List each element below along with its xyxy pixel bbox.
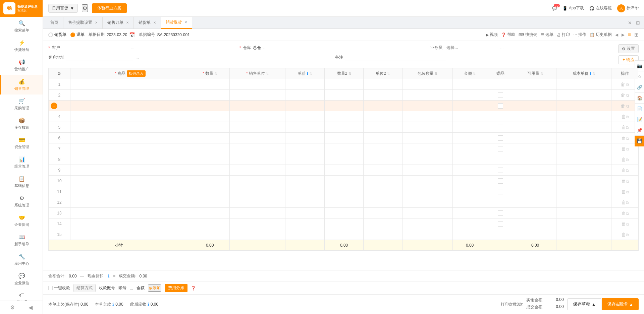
sidebar-item-finance[interactable]: 💳 资金管理 <box>0 133 43 153</box>
side-panel-home-icon[interactable]: 🏠 <box>635 93 644 104</box>
address-input[interactable] <box>66 54 133 61</box>
pkg-sort-icon[interactable]: ⇅ <box>435 72 437 75</box>
salesperson-dots-icon[interactable]: ... <box>500 46 503 50</box>
tab-sales-return-close-icon[interactable]: ✕ <box>184 20 187 24</box>
delete-btn-13[interactable]: 🗑 <box>621 210 626 216</box>
radio-return[interactable]: 退单 <box>70 32 85 38</box>
delete-btn-2[interactable]: 🗑 <box>621 92 625 98</box>
unit2-cell-2[interactable] <box>364 90 402 101</box>
tab-sales-order-close-icon[interactable]: ✕ <box>126 21 129 24</box>
product-cell-9[interactable] <box>70 165 190 176</box>
settle-method-button[interactable]: 结算方式 <box>73 284 96 292</box>
gift-checkbox-10[interactable] <box>498 178 503 184</box>
customer-input[interactable] <box>62 44 129 51</box>
help-action[interactable]: ❓ 帮助 <box>501 32 515 38</box>
product-input-active[interactable] <box>72 103 188 108</box>
header-settings-button[interactable]: ⚙ <box>82 4 88 12</box>
sidebar-item-marketing[interactable]: 📢 营销推广 <box>0 56 43 75</box>
copy-btn-active[interactable]: ⧉ <box>626 104 629 109</box>
shortcut-action[interactable]: ⌨ 快捷键 <box>519 32 537 38</box>
delete-btn-5[interactable]: 🗑 <box>621 125 626 130</box>
debt-help-icon[interactable]: ℹ <box>112 302 114 307</box>
th-settings[interactable]: ⚙ <box>49 68 70 79</box>
gift-checkbox-12[interactable] <box>498 200 503 205</box>
select-action[interactable]: ☰ 选单 <box>541 32 553 38</box>
unit2-cell-1[interactable] <box>364 79 402 90</box>
unit-cell-active[interactable] <box>230 101 285 111</box>
gift-checkbox-8[interactable] <box>498 157 503 162</box>
pkg-cell-1[interactable] <box>402 79 452 90</box>
print-action[interactable]: 🖨 打印 <box>557 32 570 38</box>
price-cell-active[interactable] <box>285 101 325 111</box>
message-badge[interactable]: 💬 70 <box>552 6 557 11</box>
delete-btn-7[interactable]: 🗑 <box>621 146 626 151</box>
amount-cell-active[interactable] <box>452 101 487 111</box>
sidebar-item-system[interactable]: ⚙ 系统管理 <box>0 192 43 211</box>
product-cell-8[interactable] <box>70 154 190 165</box>
price-sort-icon[interactable]: ⇅ <box>309 72 312 75</box>
sidebar-item-app[interactable]: 🔧 应用中心 <box>0 250 43 269</box>
copy-btn-1[interactable]: ⧉ <box>626 82 629 87</box>
sidebar-collapse-icon[interactable]: ◀ <box>29 304 33 311</box>
copy-btn-8[interactable]: ⧉ <box>626 158 629 162</box>
copy-btn-11[interactable]: ⧉ <box>626 190 629 194</box>
side-panel-doc-icon[interactable]: 📄 <box>635 104 644 114</box>
remark-input[interactable] <box>345 54 446 61</box>
sidebar-item-collab[interactable]: 🤝 企业协同 <box>0 211 43 231</box>
copy-btn-7[interactable]: ⧉ <box>626 147 629 151</box>
cost-cell-1[interactable] <box>556 79 611 90</box>
product-cell-7[interactable] <box>70 143 190 154</box>
copy-btn-5[interactable]: ⧉ <box>626 125 629 130</box>
warehouse-dots-icon[interactable]: ... <box>263 46 266 50</box>
calendar-icon[interactable]: 📅 <box>129 32 135 38</box>
copy-btn-14[interactable]: ⧉ <box>626 222 629 227</box>
sidebar-item-basic[interactable]: 📋 基础信息 <box>0 172 43 192</box>
delete-btn-14[interactable]: 🗑 <box>621 221 626 227</box>
gift-checkbox-9[interactable] <box>498 168 503 173</box>
delete-btn-12[interactable]: 🗑 <box>621 200 626 205</box>
save-new-button[interactable]: 保存&新增 ▲ <box>602 298 639 310</box>
product-cell-13[interactable] <box>70 208 190 218</box>
gift-checkbox-15[interactable] <box>498 232 503 237</box>
copy-btn-12[interactable]: ⧉ <box>626 200 629 205</box>
unit-cell-2[interactable] <box>230 90 285 101</box>
price-cell-1[interactable] <box>285 79 325 90</box>
product-cell-5[interactable] <box>70 122 190 133</box>
qty2-cell-active[interactable] <box>325 101 364 111</box>
unit2-sort-icon[interactable]: ⇅ <box>387 72 390 75</box>
quantity-cell-1[interactable] <box>190 79 229 90</box>
sidebar-item-operation[interactable]: 📊 经营管理 <box>0 153 43 172</box>
delete-btn-15[interactable]: 🗑 <box>621 232 626 237</box>
unit-sort-icon[interactable]: ⇅ <box>266 72 269 75</box>
gift-checkbox-6[interactable] <box>498 135 503 141</box>
quantity-cell-active[interactable] <box>190 101 229 111</box>
copy-btn-9[interactable]: ⧉ <box>626 168 629 173</box>
tab-delivery[interactable]: 销货单 ✕ <box>134 17 161 29</box>
delete-btn-4[interactable]: 🗑 <box>621 114 626 119</box>
qty2-cell-1[interactable] <box>325 79 364 90</box>
cost-info-icon[interactable]: ℹ <box>590 72 591 75</box>
side-panel-pin-icon[interactable]: 📌 <box>635 125 644 136</box>
sidebar-item-shortcut[interactable]: ⚡ 快捷导航 <box>0 36 43 56</box>
gift-cell-2[interactable] <box>487 90 514 101</box>
price-info-icon[interactable]: ℹ <box>307 72 308 75</box>
gift-checkbox-1[interactable] <box>498 82 503 87</box>
customer-dots-icon[interactable]: ... <box>131 46 135 50</box>
gift-checkbox-5[interactable] <box>498 125 503 130</box>
video-action[interactable]: ▶ 视频 <box>486 32 498 38</box>
side-panel-note-icon[interactable]: 📝 <box>635 114 644 125</box>
avail-cell-1[interactable] <box>514 79 556 90</box>
cost-cell-2[interactable] <box>556 90 611 101</box>
delete-btn-10[interactable]: 🗑 <box>621 178 626 184</box>
fee-split-button[interactable]: 费用分摊 <box>165 284 187 292</box>
product-cell-15[interactable] <box>70 229 190 240</box>
nav-prev-icon[interactable]: ◀ <box>615 33 618 37</box>
gift-checkbox-13[interactable] <box>498 210 503 216</box>
cash-discount-help-icon[interactable]: ℹ <box>108 274 110 278</box>
online-support-action[interactable]: 🎧 在线客服 <box>589 5 612 11</box>
sidebar-settings-icon[interactable]: ⚙ <box>10 304 15 311</box>
tab-price-close-icon[interactable]: ✕ <box>95 21 98 24</box>
delete-btn-6[interactable]: 🗑 <box>621 135 626 141</box>
gift-checkbox-11[interactable] <box>498 189 503 194</box>
product-cell-11[interactable] <box>70 186 190 197</box>
